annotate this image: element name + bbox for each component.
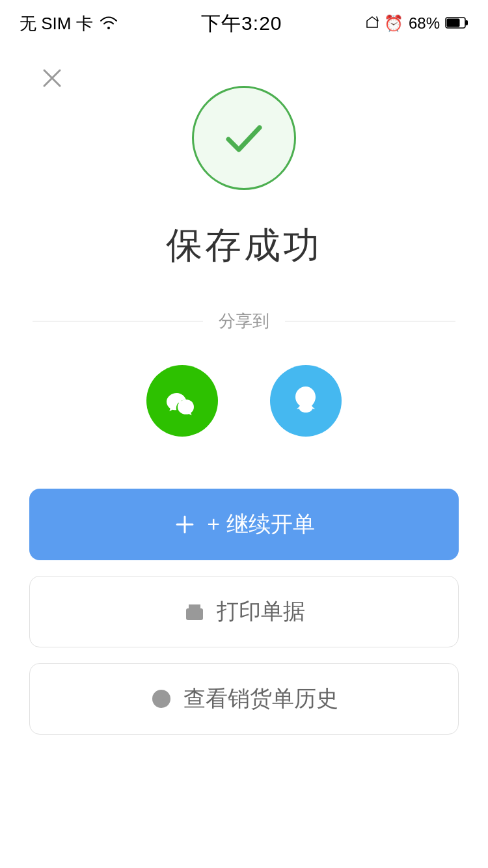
share-icons-row: [146, 365, 342, 437]
status-right: ⏰ 68%: [366, 14, 468, 33]
svg-rect-2: [446, 19, 459, 27]
alarm-icon: ⏰: [384, 14, 403, 33]
continue-button[interactable]: + 继续开单: [29, 489, 459, 560]
close-button[interactable]: [33, 59, 72, 98]
location-icon: [366, 14, 379, 33]
main-content: 保存成功 分享到: [0, 47, 488, 735]
print-button-label: 打印单据: [217, 597, 305, 627]
svg-point-7: [182, 405, 185, 408]
svg-rect-14: [189, 614, 200, 618]
svg-point-5: [173, 400, 176, 403]
print-button[interactable]: 打印单据: [29, 576, 459, 647]
battery-icon: [445, 14, 468, 33]
history-button-label: 查看销货单历史: [183, 684, 338, 714]
success-icon-circle: [192, 86, 296, 190]
share-label: 分享到: [219, 310, 269, 332]
share-qq-button[interactable]: [270, 365, 342, 437]
svg-rect-1: [465, 20, 468, 25]
continue-button-label: + 继续开单: [207, 509, 314, 539]
share-wechat-button[interactable]: [146, 365, 218, 437]
wifi-icon: [100, 14, 118, 34]
no-sim-text: 无 SIM 卡: [20, 12, 93, 35]
svg-point-15: [199, 612, 201, 614]
svg-point-8: [187, 405, 190, 408]
svg-point-9: [299, 396, 303, 400]
history-button[interactable]: 查看销货单历史: [29, 663, 459, 735]
status-time: 下午3:20: [201, 10, 282, 37]
success-title: 保存成功: [166, 221, 322, 271]
status-bar: 无 SIM 卡 下午3:20 ⏰ 68%: [0, 0, 488, 47]
battery-percent: 68%: [409, 14, 440, 33]
action-buttons: + 继续开单 打印单据 查看销货单历史: [29, 489, 459, 735]
share-divider: 分享到: [33, 310, 455, 332]
divider-line-left: [33, 321, 203, 321]
svg-point-10: [309, 396, 313, 400]
divider-line-right: [285, 321, 455, 321]
status-left: 无 SIM 卡: [20, 12, 118, 35]
